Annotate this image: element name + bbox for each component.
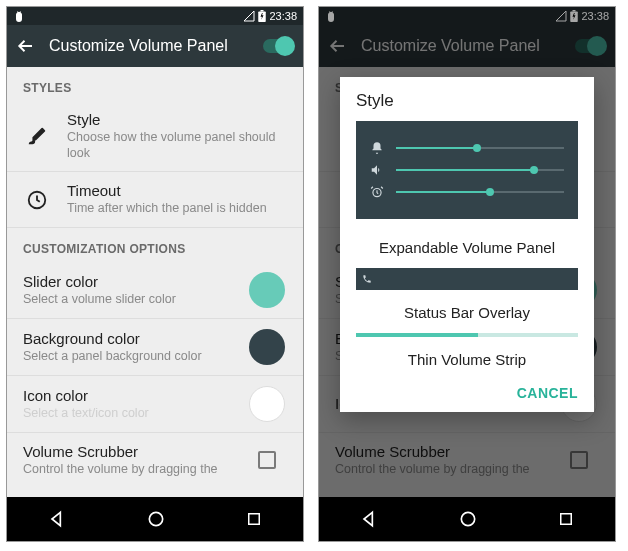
- nav-bar: [319, 497, 615, 541]
- option-statusbar[interactable]: Status Bar Overlay: [356, 294, 578, 331]
- preview-statusbar: [356, 268, 578, 290]
- clock-text: 23:38: [269, 10, 297, 22]
- icon-color-title: Icon color: [23, 387, 231, 404]
- svg-rect-1: [261, 10, 264, 12]
- slider-color-sub: Select a volume slider color: [23, 292, 231, 308]
- svg-point-3: [149, 512, 162, 525]
- phone-left: 23:38 Customize Volume Panel STYLES Styl…: [6, 6, 304, 542]
- signal-icon: [243, 10, 255, 22]
- timeout-sub: Time after which the panel is hidden: [67, 201, 287, 217]
- back-icon[interactable]: [17, 37, 35, 55]
- icon-color-sub: Select a text/icon color: [23, 406, 231, 422]
- nav-back-icon[interactable]: [359, 509, 379, 529]
- option-thin[interactable]: Thin Volume Strip: [356, 341, 578, 378]
- row-volume-scrubber[interactable]: Volume ScrubberControl the volume by dra…: [7, 433, 303, 488]
- app-bar: Customize Volume Panel: [7, 25, 303, 67]
- row-style[interactable]: StyleChoose how the volume panel should …: [7, 101, 303, 172]
- bg-color-sub: Select a panel background color: [23, 349, 231, 365]
- settings-list: STYLES StyleChoose how the volume panel …: [7, 67, 303, 499]
- master-toggle[interactable]: [263, 39, 293, 53]
- slider-color-swatch[interactable]: [249, 272, 285, 308]
- svg-rect-9: [561, 514, 572, 525]
- nav-home-icon[interactable]: [146, 509, 166, 529]
- style-title: Style: [67, 111, 287, 128]
- dialog-scrim[interactable]: Style Expandable Volume Panel Status Bar…: [319, 7, 615, 541]
- style-sub: Choose how the volume panel should look: [67, 130, 287, 161]
- phone-right: 23:38 Customize Volume Panel STYLES Styl…: [318, 6, 616, 542]
- level-3: [396, 191, 490, 193]
- row-background-color[interactable]: Background colorSelect a panel backgroun…: [7, 319, 303, 376]
- cancel-button[interactable]: CANCEL: [517, 385, 578, 401]
- bg-color-swatch[interactable]: [249, 329, 285, 365]
- row-timeout[interactable]: TimeoutTime after which the panel is hid…: [7, 172, 303, 228]
- nav-recent-icon[interactable]: [245, 510, 263, 528]
- status-bar: 23:38: [7, 7, 303, 25]
- bell-icon: [370, 141, 386, 155]
- scrubber-checkbox[interactable]: [258, 451, 276, 469]
- nav-home-icon[interactable]: [458, 509, 478, 529]
- option-expandable[interactable]: Expandable Volume Panel: [356, 229, 578, 266]
- scrubber-sub: Control the volume by dragging the: [23, 462, 231, 478]
- level-1: [396, 147, 477, 149]
- scrubber-title: Volume Scrubber: [23, 443, 231, 460]
- clock-icon: [26, 189, 48, 211]
- section-customization: CUSTOMIZATION OPTIONS: [7, 228, 303, 262]
- section-styles: STYLES: [7, 67, 303, 101]
- icon-color-swatch[interactable]: [249, 386, 285, 422]
- style-dialog: Style Expandable Volume Panel Status Bar…: [340, 77, 594, 412]
- phone-icon: [362, 274, 372, 284]
- nav-back-icon[interactable]: [47, 509, 67, 529]
- alarm-icon: [370, 185, 386, 199]
- svg-point-8: [461, 512, 474, 525]
- slider-color-title: Slider color: [23, 273, 231, 290]
- dialog-title: Style: [356, 91, 578, 111]
- bg-color-title: Background color: [23, 330, 231, 347]
- svg-rect-4: [249, 514, 260, 525]
- page-title: Customize Volume Panel: [49, 37, 249, 55]
- row-slider-color[interactable]: Slider colorSelect a volume slider color: [7, 262, 303, 319]
- preview-thin: [356, 333, 578, 337]
- nav-bar: [7, 497, 303, 541]
- speaker-icon: [370, 163, 386, 177]
- level-2: [396, 169, 534, 171]
- nav-recent-icon[interactable]: [557, 510, 575, 528]
- preview-expandable: [356, 121, 578, 219]
- row-icon-color[interactable]: Icon colorSelect a text/icon color: [7, 376, 303, 433]
- timeout-title: Timeout: [67, 182, 287, 199]
- brush-icon: [26, 125, 48, 147]
- android-debug-icon: [13, 10, 25, 22]
- battery-icon: [258, 10, 266, 22]
